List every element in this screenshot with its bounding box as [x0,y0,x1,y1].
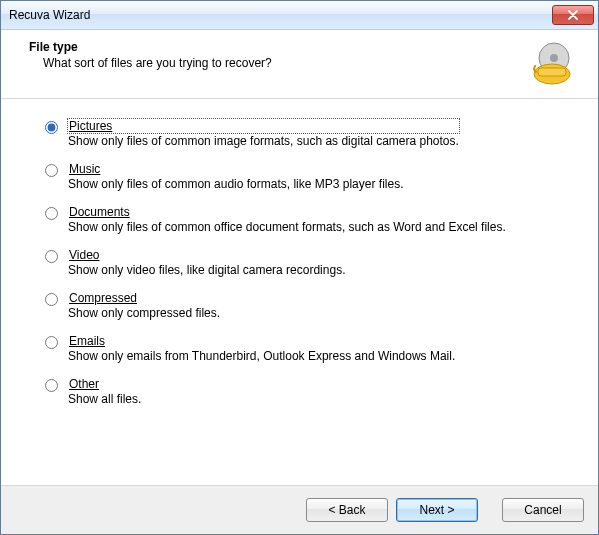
option-compressed-description: Show only compressed files. [68,306,220,320]
option-pictures[interactable]: PicturesShow only files of common image … [45,119,574,148]
option-video[interactable]: VideoShow only video files, like digital… [45,248,574,277]
window-title: Recuva Wizard [9,8,552,22]
option-other-description: Show all files. [68,392,141,406]
recuva-icon [530,40,578,88]
option-documents[interactable]: DocumentsShow only files of common offic… [45,205,574,234]
next-button[interactable]: Next > [396,498,478,522]
wizard-window: Recuva Wizard File type What sort of fil… [0,0,599,535]
page-title: File type [29,40,520,54]
option-emails[interactable]: EmailsShow only emails from Thunderbird,… [45,334,574,363]
option-documents-radio[interactable] [45,207,58,220]
option-compressed[interactable]: CompressedShow only compressed files. [45,291,574,320]
option-other-radio[interactable] [45,379,58,392]
cancel-button[interactable]: Cancel [502,498,584,522]
svg-point-1 [550,54,558,62]
option-other-label: Other [68,377,141,391]
wizard-header: File type What sort of files are you try… [1,30,598,99]
option-emails-radio[interactable] [45,336,58,349]
option-music-radio[interactable] [45,164,58,177]
options-list: PicturesShow only files of common image … [1,99,598,485]
wizard-header-text: File type What sort of files are you try… [29,40,520,70]
option-music[interactable]: MusicShow only files of common audio for… [45,162,574,191]
option-emails-label: Emails [68,334,455,348]
wizard-footer: < Back Next > Cancel [1,485,598,534]
title-bar: Recuva Wizard [1,1,598,30]
option-compressed-radio[interactable] [45,293,58,306]
page-subtitle: What sort of files are you trying to rec… [29,56,520,70]
svg-rect-3 [538,68,566,76]
close-icon [568,10,578,20]
option-video-label: Video [68,248,345,262]
option-video-description: Show only video files, like digital came… [68,263,345,277]
back-button[interactable]: < Back [306,498,388,522]
option-documents-label: Documents [68,205,506,219]
close-button[interactable] [552,5,594,25]
option-music-label: Music [68,162,403,176]
option-video-radio[interactable] [45,250,58,263]
option-music-description: Show only files of common audio formats,… [68,177,403,191]
option-pictures-radio[interactable] [45,121,58,134]
option-documents-description: Show only files of common office documen… [68,220,506,234]
option-pictures-label: Pictures [68,119,459,133]
option-pictures-description: Show only files of common image formats,… [68,134,459,148]
option-compressed-label: Compressed [68,291,220,305]
option-other[interactable]: OtherShow all files. [45,377,574,406]
option-emails-description: Show only emails from Thunderbird, Outlo… [68,349,455,363]
